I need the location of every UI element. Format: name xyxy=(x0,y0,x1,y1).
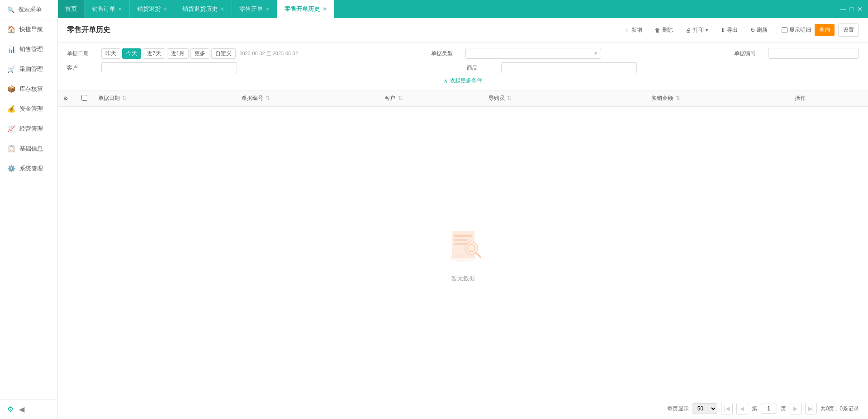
customer-col-label: 客户 xyxy=(384,95,395,101)
sidebar-item-quick-nav[interactable]: 🏠 快捷导航 xyxy=(0,19,57,39)
tab-sales-order-close[interactable]: ✕ xyxy=(118,6,122,12)
sidebar-item-label: 基础信息 xyxy=(19,145,43,153)
checkbox-col-header xyxy=(76,90,93,107)
table-settings-icon[interactable]: ⚙ xyxy=(63,95,68,102)
display-detail-toggle[interactable]: 显示明细 xyxy=(782,26,811,34)
type-filter-label: 单据类型 xyxy=(431,50,458,57)
refresh-label: 刷新 xyxy=(757,26,768,34)
guide-sort-icon[interactable]: ⇅ xyxy=(507,95,512,101)
tab-retail-open-history-close[interactable]: ✕ xyxy=(323,6,327,12)
sidebar-item-finance[interactable]: 💰 资金管理 xyxy=(0,99,57,119)
sidebar-footer: ⚙ ◀ xyxy=(0,399,57,419)
customer-filter-label: 客户 xyxy=(67,64,94,72)
sys-icon: ⚙️ xyxy=(7,165,16,173)
tab-sales-return-history[interactable]: 销货退货历史 ✕ xyxy=(175,0,232,18)
sidebar-item-sales-mgmt[interactable]: 📊 销售管理 xyxy=(0,39,57,59)
sidebar-item-basic-info[interactable]: 📋 基础信息 xyxy=(0,139,57,159)
date-yesterday-btn[interactable]: 昨天 xyxy=(101,48,120,59)
settings-icon[interactable]: ⚙ xyxy=(7,405,14,414)
tab-sales-return[interactable]: 销货退货 ✕ xyxy=(130,0,175,18)
print-label: 打印 xyxy=(693,26,704,34)
date-more-btn[interactable]: 更多 xyxy=(190,48,209,59)
tab-sales-return-history-close[interactable]: ✕ xyxy=(220,6,224,12)
tab-sales-return-close[interactable]: ✕ xyxy=(163,6,167,12)
filter-row-date: 单据日期 昨天 今天 近7天 近1月 更多 自定义 2023-06-02 至 2… xyxy=(67,48,859,59)
tab-retail-open-close[interactable]: ✕ xyxy=(266,6,270,12)
maximize-btn[interactable]: □ xyxy=(850,5,854,13)
close-btn[interactable]: ✕ xyxy=(857,5,863,13)
filter-area: 单据日期 昨天 今天 近7天 近1月 更多 自定义 2023-06-02 至 2… xyxy=(58,42,868,90)
settings-button[interactable]: 设置 xyxy=(838,24,859,37)
tab-retail-open-history[interactable]: 零售开单历史 ✕ xyxy=(277,0,334,18)
date-today-btn[interactable]: 今天 xyxy=(122,48,141,59)
print-button[interactable]: 🖨 打印 ▾ xyxy=(681,24,712,36)
collapse-filter-button[interactable]: ∧ 收起更多条件 xyxy=(67,77,859,85)
print-dropdown-icon: ▾ xyxy=(706,28,708,33)
sidebar-search-label: 搜索采单 xyxy=(18,5,42,14)
prev-page-btn[interactable]: ◀ xyxy=(736,403,748,414)
date-last7-btn[interactable]: 近7天 xyxy=(143,48,165,59)
tab-home[interactable]: 首页 xyxy=(58,0,85,18)
refresh-button[interactable]: ↻ 刷新 xyxy=(746,24,772,36)
print-icon: 🖨 xyxy=(686,27,691,33)
first-page-btn[interactable]: |◀ xyxy=(721,403,733,414)
number-sort-icon[interactable]: ⇅ xyxy=(266,95,270,101)
guide-col-header: 导购员 ⇅ xyxy=(483,90,607,107)
inventory-icon: 📦 xyxy=(7,85,16,93)
finance-icon: 💰 xyxy=(7,105,16,113)
sidebar-item-purchase-mgmt[interactable]: 🛒 采购管理 xyxy=(0,59,57,79)
home-icon: 🏠 xyxy=(7,25,16,33)
date-filter-label: 单据日期 xyxy=(67,50,94,57)
tab-retail-open-label: 零售开单 xyxy=(239,5,263,13)
goods-filter-label: 商品 xyxy=(467,64,494,72)
goods-filter-input[interactable]: ··· xyxy=(501,62,637,73)
date-custom-btn[interactable]: 自定义 xyxy=(211,48,236,59)
content-area: 零售开单历史 ＋ 新增 🗑 删除 🖨 打印 ▾ ⬇ 导出 xyxy=(58,18,868,419)
select-all-checkbox[interactable] xyxy=(81,95,87,101)
sidebar-item-inventory[interactable]: 📦 库存核算 xyxy=(0,79,57,99)
page-number-input[interactable]: 1 xyxy=(761,404,777,414)
sidebar-item-label: 快捷导航 xyxy=(19,25,43,33)
collapse-arrow-icon: ∧ xyxy=(444,78,448,84)
sidebar-menu: 🏠 快捷导航 📊 销售管理 🛒 采购管理 📦 库存核算 💰 资金管理 📈 经营管… xyxy=(0,19,57,399)
minimize-btn[interactable]: — xyxy=(840,5,846,13)
add-icon: ＋ xyxy=(624,26,630,34)
table-area: ⚙ 单据日期 ⇅ 单据编号 ⇅ xyxy=(58,90,868,398)
type-filter-select[interactable]: ▾ xyxy=(465,48,601,59)
sidebar-search[interactable]: 🔍 搜索采单 xyxy=(0,0,57,19)
amount-sort-icon[interactable]: ⇅ xyxy=(676,95,680,101)
operations-icon: 📈 xyxy=(7,125,16,133)
tab-sales-order[interactable]: 销售订单 ✕ xyxy=(85,0,130,18)
amount-col-header: 实销金额 ⇅ xyxy=(646,90,789,107)
toolbar-separator xyxy=(777,26,777,35)
date-sort-icon[interactable]: ⇅ xyxy=(122,95,127,101)
display-detail-checkbox[interactable] xyxy=(782,27,787,33)
pagination-bar: 每页显示 50 10 20 100 |◀ ◀ 第 1 页 ▶ ▶| 共0页，0条… xyxy=(58,398,868,419)
number-filter-input[interactable] xyxy=(768,48,859,59)
query-button[interactable]: 查询 xyxy=(815,24,835,36)
add-button[interactable]: ＋ 新增 xyxy=(620,24,647,36)
customer-filter-input[interactable]: ··· xyxy=(101,62,237,73)
last-page-btn[interactable]: ▶| xyxy=(805,403,817,414)
total-info: 共0页，0条记录 xyxy=(821,405,859,413)
number-col-header: 单据编号 ⇅ xyxy=(236,90,379,107)
sidebar-item-label: 资金管理 xyxy=(19,105,43,113)
action-col-label: 操作 xyxy=(795,95,806,101)
tab-retail-open-history-label: 零售开单历史 xyxy=(285,5,320,13)
per-page-select[interactable]: 50 10 20 100 xyxy=(693,403,717,414)
date-last1m-btn[interactable]: 近1月 xyxy=(167,48,189,59)
sidebar-item-operations[interactable]: 📈 经营管理 xyxy=(0,119,57,139)
customer-sort-icon[interactable]: ⇅ xyxy=(398,95,403,101)
export-button[interactable]: ⬇ 导出 xyxy=(716,24,742,36)
empty-text: 暂无数据 xyxy=(451,274,475,282)
delete-button[interactable]: 🗑 删除 xyxy=(650,24,678,36)
number-filter-label: 单据编号 xyxy=(734,50,761,57)
svg-rect-2 xyxy=(454,235,472,237)
sidebar-item-sys-mgmt[interactable]: ⚙️ 系统管理 xyxy=(0,159,57,179)
sidebar-item-label: 采购管理 xyxy=(19,65,43,73)
page-label-before: 第 xyxy=(752,405,757,413)
search-icon: 🔍 xyxy=(7,6,14,13)
tab-retail-open[interactable]: 零售开单 ✕ xyxy=(232,0,277,18)
next-page-btn[interactable]: ▶ xyxy=(790,403,802,414)
collapse-sidebar-icon[interactable]: ◀ xyxy=(19,405,24,414)
